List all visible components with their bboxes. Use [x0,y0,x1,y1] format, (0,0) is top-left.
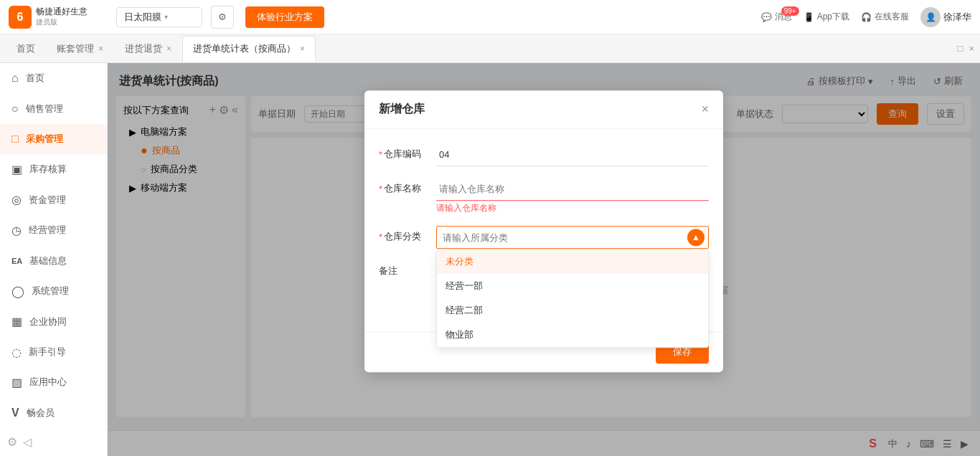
name-error-msg: 请输入仓库名称 [436,202,709,214]
store-selector[interactable]: 日太阳膜 ▾ [116,7,202,27]
tab-accounts[interactable]: 账套管理 × [46,36,114,62]
app-label: App下载 [817,11,849,23]
inventory-icon: ▣ [11,163,22,176]
tab-purchase-return[interactable]: 进货退货 × [114,36,182,62]
sales-icon: ○ [11,103,19,115]
logo-icon: 6 [9,6,32,29]
tabs-close-icon[interactable]: × [969,43,974,54]
tab-home-label: 首页 [17,42,35,55]
name-input[interactable] [436,178,709,201]
dropdown-item-dept2[interactable]: 经营二部 [437,298,708,323]
sidebar: ⌂ 首页 ○ 销售管理 □ 采购管理 ▣ 库存核算 ◎ 资金管理 ◷ 经营管理 … [0,63,108,456]
gear-icon-btn[interactable]: ⚙ [211,6,234,29]
content-area: 进货单统计(按商品) 🖨 按模板打印 ▾ ↑ 导出 ↺ 刷新 [108,63,980,456]
sidebar-item-finance-label: 资金管理 [29,194,66,206]
logo-area: 6 畅捷通好生意 捷员版 [9,6,116,29]
headset-icon: 🎧 [861,12,872,22]
sidebar-item-home-label: 首页 [26,72,44,85]
category-toggle-button[interactable]: ▲ [687,229,705,246]
enterprise-icon: ▦ [11,315,22,328]
dropdown-item-none[interactable]: 未分类 [437,250,708,274]
logo-sub: 捷员版 [36,17,88,27]
dropdown-item-dept1[interactable]: 经营一部 [437,274,708,298]
sidebar-item-apps[interactable]: ▨ 应用中心 [0,367,107,397]
sidebar-item-sales[interactable]: ○ 销售管理 [0,93,107,123]
tab-accounts-close[interactable]: × [98,44,103,54]
required-mark-name: * [379,184,382,194]
apps-icon: ▨ [11,376,22,389]
operation-icon: ◷ [11,224,22,237]
home-icon: ⌂ [11,72,19,85]
service-button[interactable]: 🎧 在线客服 [861,11,909,23]
purchase-icon: □ [11,133,19,146]
message-button[interactable]: 💬 消息 99+ [761,11,792,23]
sidebar-item-inventory-label: 库存核算 [29,163,67,176]
app-download-button[interactable]: 📱 App下载 [804,11,849,23]
expand-icon[interactable]: ◁ [23,435,32,449]
header-right: 💬 消息 99+ 📱 App下载 🎧 在线客服 👤 徐泽华 [761,7,971,27]
sidebar-item-operation[interactable]: ◷ 经营管理 [0,215,107,245]
tab-purchase-return-label: 进货退货 [125,42,162,55]
category-input[interactable] [436,226,709,249]
system-icon: ◯ [11,285,24,298]
sidebar-item-system-label: 系统管理 [32,285,69,298]
required-mark-cat: * [379,232,382,242]
message-badge: 99+ [781,6,799,16]
finance-icon: ◎ [11,193,22,206]
header-icons: ⚙ 体验行业方案 [211,6,324,29]
sidebar-item-basic[interactable]: EA 基础信息 [0,246,107,276]
sidebar-item-purchase[interactable]: □ 采购管理 [0,124,107,154]
tab-purchase-stats-label: 进货单统计表（按商品） [193,42,296,55]
category-dropdown: 未分类 经营一部 经营二部 物业部 [436,249,709,348]
tab-home[interactable]: 首页 [6,36,46,62]
dialog-header: 新增仓库 × [364,90,723,129]
category-row: * 仓库分类 ▲ 未分类 经营一部 经营二部 物业部 [379,226,709,249]
restore-icon[interactable]: □ [958,43,963,54]
tab-purchase-stats[interactable]: 进货单统计表（按商品） × [182,36,316,62]
sidebar-item-apps-label: 应用中心 [29,376,67,389]
sidebar-item-newbie[interactable]: ◌ 新手引导 [0,337,107,367]
code-label: * 仓库编码 [379,143,436,161]
tabs-bar: 首页 账套管理 × 进货退货 × 进货单统计表（按商品） × □ × [0,34,980,63]
settings-icon[interactable]: ⚙ [7,435,17,449]
remark-label: 备注 [379,260,436,277]
sidebar-item-sales-label: 销售管理 [26,103,63,115]
sidebar-item-home[interactable]: ⌂ 首页 [0,63,107,93]
sidebar-item-enterprise-label: 企业协同 [29,315,67,328]
sidebar-item-purchase-label: 采购管理 [26,133,63,146]
username: 徐泽华 [943,11,971,24]
tab-accounts-label: 账套管理 [57,42,94,55]
tab-purchase-stats-close[interactable]: × [300,44,305,54]
chevron-down-icon: ▾ [164,13,168,21]
name-control: 请输入仓库名称 [436,178,709,214]
sidebar-bottom: ⚙ ◁ [0,428,107,456]
user-area[interactable]: 👤 徐泽华 [920,7,971,27]
dialog-close-button[interactable]: × [701,102,709,117]
tabs-actions: □ × [958,43,974,54]
dialog-title: 新增仓库 [379,102,425,117]
member-icon: V [11,407,19,419]
sidebar-item-finance[interactable]: ◎ 资金管理 [0,185,107,215]
sidebar-item-system[interactable]: ◯ 系统管理 [0,276,107,306]
sidebar-item-inventory[interactable]: ▣ 库存核算 [0,154,107,184]
basic-icon: EA [11,257,22,265]
name-row: * 仓库名称 请输入仓库名称 [379,178,709,214]
new-warehouse-dialog: 新增仓库 × * 仓库编码 * [364,90,723,372]
dropdown-item-property[interactable]: 物业部 [437,323,708,347]
category-label: * 仓库分类 [379,226,436,243]
trial-button[interactable]: 体验行业方案 [245,6,324,28]
app-icon: 📱 [804,12,814,22]
sidebar-item-operation-label: 经营管理 [29,224,66,237]
code-input[interactable] [436,143,709,166]
sidebar-item-member[interactable]: V 畅会员 [0,398,107,428]
tab-purchase-return-close[interactable]: × [166,44,171,54]
sidebar-item-enterprise[interactable]: ▦ 企业协同 [0,306,107,336]
service-label: 在线客服 [875,11,909,23]
dialog-body: * 仓库编码 * 仓库名称 请输入仓库名称 [364,129,723,331]
logo-text: 畅捷通好生意 [36,6,88,18]
category-control: ▲ 未分类 经营一部 经营二部 物业部 [436,226,709,249]
message-icon: 💬 [761,12,772,22]
sidebar-item-basic-label: 基础信息 [29,255,67,267]
code-control [436,143,709,166]
avatar: 👤 [920,7,941,27]
